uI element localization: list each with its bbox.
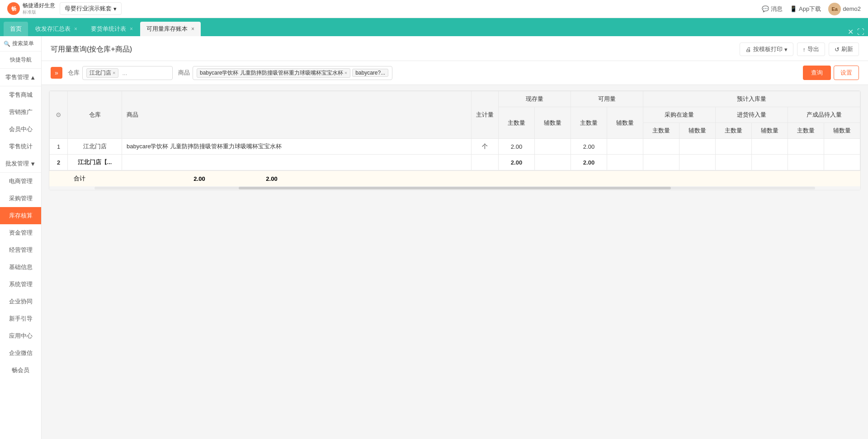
product-filter-tags[interactable]: babycare学饮杯 儿童防摔防撞吸管杯重力球吸嘴杯宝宝水杯 × babyca… — [193, 66, 392, 80]
product-tag2-label: babycare?... — [355, 70, 385, 76]
sidebar-quick-nav[interactable]: 快捷导航 — [0, 52, 41, 69]
gear-icon[interactable]: ⚙ — [56, 111, 61, 118]
page-header: 可用量查询(按仓库+商品) 🖨 按模板打印 ▾ ↑ 导出 ↺ 刷新 — [42, 36, 868, 61]
row2-purchase-main — [643, 155, 679, 170]
product-tag-babycare[interactable]: babycare学饮杯 儿童防摔防撞吸管杯重力球吸嘴杯宝宝水杯 × — [197, 68, 350, 78]
app-download-btn[interactable]: 📱 App下载 — [790, 5, 821, 13]
row2-inbound-main — [716, 155, 752, 170]
sidebar-item-app-center[interactable]: 应用中心 — [0, 327, 41, 345]
sidebar-item-new-guide[interactable]: 新手引导 — [0, 310, 41, 327]
print-icon: 🖨 — [745, 46, 751, 53]
sidebar-item-basic-info[interactable]: 基础信息 — [0, 259, 41, 276]
table-container: ⚙ 仓库 商品 主计量 现存量 可用量 预计入库量 主数量 辅数量 主数量 辅数… — [49, 90, 861, 190]
nav-tabs: 首页 收发存汇总表 × 要货单统计表 × 可用量库存账本 × ✕ ⛶ — [0, 18, 868, 36]
template-print-btn[interactable]: 🖨 按模板打印 ▾ — [740, 42, 793, 56]
row1-avail-main: 2.00 — [571, 139, 607, 155]
sidebar-item-retail-mgmt[interactable]: 零售管理 ▲ — [0, 69, 41, 86]
query-button[interactable]: 查询 — [803, 66, 831, 80]
filter-actions: 查询 设置 — [803, 66, 859, 80]
scrollbar-track[interactable] — [94, 187, 815, 189]
sidebar-item-retail-mgmt-label: 零售管理 — [5, 73, 29, 81]
sidebar-item-vip-member-label: 畅会员 — [12, 366, 29, 374]
tab-home-label: 首页 — [10, 25, 22, 33]
main-layout: 🔍 搜索菜单 快捷导航 零售管理 ▲ 零售商城 营销推广 会员中心 零售统计 批… — [0, 36, 868, 439]
sidebar-item-retail-stats[interactable]: 零售统计 — [0, 138, 41, 155]
warehouse-filter-dots[interactable]: ... — [120, 70, 129, 76]
tab-receive-send[interactable]: 收发存汇总表 × — [29, 22, 84, 36]
sidebar-item-system[interactable]: 系统管理 — [0, 276, 41, 293]
logo-text-area: 畅捷通好生意 标准版 — [23, 2, 55, 15]
warehouse-tag-jiangebei[interactable]: 江北门店 × — [86, 68, 118, 78]
warehouse-tag-label: 江北门店 — [90, 69, 111, 77]
sidebar-item-finance-label: 资金管理 — [9, 229, 33, 237]
user-profile-btn[interactable]: Ea demo2 — [828, 3, 861, 15]
sidebar-item-operations[interactable]: 经营管理 — [0, 241, 41, 259]
row1-inbound-aux — [752, 139, 788, 155]
sidebar-item-member-center[interactable]: 会员中心 — [0, 121, 41, 138]
row1-warehouse: 江北门店 — [68, 139, 122, 155]
sidebar-item-operations-label: 经营管理 — [9, 246, 33, 254]
table-row: 2 江北门店【... 2.00 2.00 — [50, 155, 860, 170]
user-name: demo2 — [843, 5, 861, 12]
sidebar-search[interactable]: 🔍 搜索菜单 — [0, 36, 41, 52]
row1-seq: 1 — [50, 139, 68, 155]
tab-order-stats-close[interactable]: × — [130, 26, 133, 32]
filter-bar: » 仓库 江北门店 × ... 商品 babycare学饮杯 儿童防摔防撞吸管杯… — [42, 61, 868, 85]
page-title: 可用量查询(按仓库+商品) — [51, 45, 132, 54]
top-bar-left: 畅 畅捷通好生意 标准版 母婴行业演示账套 ▾ — [7, 2, 122, 15]
th-inbound-aux: 辅数量 — [752, 123, 788, 139]
product-tag-label: babycare学饮杯 儿童防摔防撞吸管杯重力球吸嘴杯宝宝水杯 — [200, 69, 343, 77]
export-btn[interactable]: ↑ 导出 — [797, 42, 826, 56]
close-window-icon[interactable]: ✕ — [848, 28, 854, 36]
scrollbar-thumb[interactable] — [239, 187, 671, 189]
warehouse-tag-remove[interactable]: × — [113, 70, 115, 76]
nav-tabs-right: ✕ ⛶ — [848, 28, 864, 36]
sidebar-item-inventory[interactable]: 库存核算 — [0, 207, 41, 224]
tab-receive-send-close[interactable]: × — [74, 26, 77, 32]
sidebar-item-enterprise-label: 企业协同 — [9, 297, 33, 306]
product-tag-babycare2[interactable]: babycare?... — [352, 69, 388, 77]
sidebar-item-marketing-label: 营销推广 — [9, 108, 33, 116]
sidebar-item-enterprise[interactable]: 企业协同 — [0, 293, 41, 310]
tab-available-stock[interactable]: 可用量库存账本 × — [140, 22, 201, 36]
expand-arrows-icon: » — [55, 69, 58, 76]
row2-inbound-aux — [752, 155, 788, 170]
sidebar-item-marketing[interactable]: 营销推广 — [0, 104, 41, 121]
refresh-btn[interactable]: ↺ 刷新 — [829, 42, 859, 56]
th-purchase-intransit: 采购在途量 — [643, 107, 716, 123]
row2-stock-aux — [535, 155, 571, 170]
message-btn[interactable]: 💬 消息 — [762, 5, 783, 13]
logo-subtext: 标准版 — [23, 9, 55, 15]
sidebar-item-basic-info-label: 基础信息 — [9, 263, 33, 271]
row1-inbound-main — [716, 139, 752, 155]
row1-avail-aux — [607, 139, 643, 155]
tab-home[interactable]: 首页 — [4, 22, 28, 36]
sidebar-item-ecommerce[interactable]: 电商管理 — [0, 173, 41, 190]
th-warehouse: 仓库 — [68, 91, 122, 139]
th-available-main: 主数量 — [571, 107, 607, 139]
expand-icon[interactable]: ⛶ — [857, 28, 864, 36]
row2-production-main — [788, 155, 824, 170]
th-main-unit: 主计量 — [472, 91, 499, 139]
row2-purchase-aux — [679, 155, 716, 170]
tab-order-stats[interactable]: 要货单统计表 × — [85, 22, 139, 36]
logo-icon: 畅 — [7, 2, 20, 15]
th-production-pending: 产成品待入量 — [788, 107, 860, 123]
th-production-aux: 辅数量 — [824, 123, 860, 139]
sidebar-item-system-label: 系统管理 — [9, 280, 33, 288]
sidebar-item-vip-member[interactable]: 畅会员 — [0, 362, 41, 379]
industry-selector[interactable]: 母婴行业演示账套 ▾ — [60, 2, 122, 15]
expand-filter-btn[interactable]: » — [51, 67, 62, 79]
warehouse-filter-group: 仓库 江北门店 × ... — [68, 66, 173, 80]
tab-available-stock-close[interactable]: × — [191, 26, 194, 32]
scrollbar-area[interactable] — [49, 186, 860, 190]
sidebar-item-finance[interactable]: 资金管理 — [0, 224, 41, 241]
sidebar-item-purchase[interactable]: 采购管理 — [0, 190, 41, 207]
message-icon: 💬 — [762, 5, 769, 12]
settings-button[interactable]: 设置 — [834, 66, 859, 80]
product-tag-remove[interactable]: × — [344, 70, 347, 76]
sidebar-item-wholesale[interactable]: 批发管理 ▼ — [0, 155, 41, 173]
sidebar-item-enterprise-wechat[interactable]: 企业微信 — [0, 345, 41, 362]
sidebar-item-retail-mall[interactable]: 零售商城 — [0, 86, 41, 104]
warehouse-filter-tags[interactable]: 江北门店 × ... — [82, 66, 173, 80]
